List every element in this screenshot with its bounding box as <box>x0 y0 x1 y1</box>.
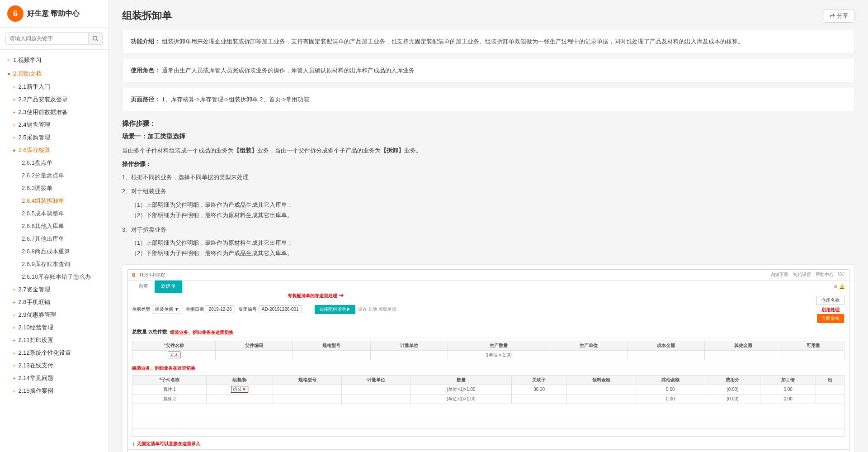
step2-text: 2、对于组装业务 <box>122 186 854 196</box>
nav-item-partstocktake[interactable]: 2.6.2分量盘点单 <box>16 169 108 182</box>
nav-item-cases[interactable]: + 2.15操作案例 <box>7 385 108 397</box>
mock-tab-self-check[interactable]: 自查 <box>132 281 155 293</box>
nav-item-otheroutbound[interactable]: 2.6.7其他出库单 <box>16 233 108 245</box>
nav-item-assembly[interactable]: 2.6.4组装拆卸单 <box>16 195 108 207</box>
role-text: 通常由生产人员或库管人员完成拆装业务的操作，库管人员确认原材料的出库和产成品的入… <box>162 67 415 74</box>
nav-item-faq-label: 2.14常见问题 <box>18 374 53 382</box>
step3-text: 3、对于拆卖业务 <box>122 224 854 235</box>
mock-upper-th-name: *父件名称 <box>132 341 216 350</box>
nav-item-customize[interactable]: + 2.12系统个性化设置 <box>7 347 108 359</box>
nav-item-mobile[interactable]: + 2.8手机旺铺 <box>7 296 108 309</box>
mock-annotation3-area: 仓库名称 启用处理 立即审核 <box>816 296 844 323</box>
step3-sub2: （2）下部明细为子件明细，最终作为产成品生成其它入库单。 <box>131 248 854 258</box>
nav-group-docs-title[interactable]: ● 2.帮助文档 <box>0 67 108 81</box>
mock-logo: 6 <box>132 271 135 278</box>
mock-annotation2-text: 组装业务、拆卸业务在这里切换 <box>132 366 195 371</box>
search-input[interactable] <box>5 32 89 45</box>
nav-item-inventoryerror[interactable]: 2.6.10库存账本错了怎么办 <box>16 271 108 283</box>
plus-icon-customize: + <box>13 350 15 356</box>
mock-field-type: 单据类型 组装单据 ▼ <box>132 305 182 314</box>
mock-footer: 合计 99.00 0.00 0.00 0.00 99.00 <box>127 449 849 452</box>
share-button[interactable]: 分享 <box>824 9 854 23</box>
mock-lower-row3 <box>132 404 844 412</box>
nav-item-coupon[interactable]: + 2.9优惠券管理 <box>7 309 108 321</box>
mock-field-type-label: 单据类型 <box>132 306 150 313</box>
step1-block: 1、根据不同的业务，选择不同单据的类型来处理 <box>122 172 854 182</box>
plus-icon-coupon: + <box>13 312 15 318</box>
mock-upper-table: *父件名称 父件编码 规格型号 计量单位 生产数量 生产单位 成本金额 其他金额… <box>127 338 849 363</box>
mock-upper-cell-name: 关木 <box>132 350 216 360</box>
nav-item-inventory[interactable]: ● 2.6库存核算 <box>7 144 108 157</box>
intro-label: 功能介绍： <box>131 38 160 45</box>
nav-item-purchase[interactable]: + 2.5采购管理 <box>7 131 108 144</box>
mock-lower-cell1-type: 组装▼ <box>207 385 273 394</box>
nav-item-sales[interactable]: + 2.4销售管理 <box>7 119 108 131</box>
steps-label: 操作步骤： <box>122 159 854 169</box>
mock-field-date-value[interactable]: 2019-12-26 <box>206 305 235 313</box>
mock-highlight-name: 关木 <box>168 352 180 358</box>
mock-lower-cell2-material <box>567 394 636 404</box>
nav-item-faq[interactable]: + 2.14常见问题 <box>7 372 108 385</box>
page-title: 组装拆卸单 <box>122 9 172 23</box>
mock-annotation1: 有装配清单的在这里处理 <box>288 293 337 298</box>
nav-group-videos: + 1.视频学习 <box>0 53 108 67</box>
mock-annotation2: 组装业务、拆卸业务在这里切换 <box>170 330 233 335</box>
mock-lower-th-out: 出 <box>816 375 844 385</box>
mock-lower-cell2-name: 属件 2 <box>132 394 207 404</box>
mock-field-no-value[interactable]: AD-20191226-001 <box>259 305 302 313</box>
nav-item-costadjust[interactable]: 2.6.5成本调整单 <box>16 207 108 220</box>
mock-lower-cell1-material <box>567 385 636 394</box>
path-card: 页面路径： 1、库存核算->库存管理->组装拆卸单 2、首页->常用功能 <box>122 88 854 111</box>
nav-item-inventoryquery[interactable]: 2.6.9库存账本查询 <box>16 258 108 271</box>
mock-lower-cell2-relate <box>511 394 567 404</box>
nav-item-costrecalc[interactable]: 2.6.8商品成本重算 <box>16 245 108 258</box>
mock-field-type-value[interactable]: 组装单据 ▼ <box>152 305 182 314</box>
mock-lower-cell2-fee: (0.00) <box>705 394 760 404</box>
intro-card: 功能介绍： 组装拆卸单用来处理企业组装或拆卸等加工业务，支持有固定装配清单的产品… <box>122 30 854 53</box>
nav-item-newuser[interactable]: + 2.1新手入门 <box>7 81 108 93</box>
mock-template-area: 选择配料清单▶ 保存 其他 关联单据 有装配清单的在这里处理 ➜ <box>315 305 397 314</box>
nav-item-print-label: 2.11打印设置 <box>18 336 53 344</box>
mock-lower-row6 <box>132 428 844 436</box>
nav-item-mgmt[interactable]: + 2.10经营管理 <box>7 321 108 334</box>
path-label: 页面路径： <box>131 96 160 103</box>
mock-field-date: 单据日期 2019-12-26 <box>186 305 235 313</box>
nav-item-dataprep[interactable]: + 2.3使用前数据准备 <box>7 106 108 119</box>
nav-item-print[interactable]: + 2.11打印设置 <box>7 334 108 347</box>
sidebar: 6 好生意 帮助中心 + 1.视频学习 ● 2.帮助文档 <box>0 0 108 452</box>
plus-icon-payment: + <box>13 363 15 368</box>
mock-lower-th-other: 其他金额 <box>636 375 705 385</box>
nav-item-customize-label: 2.12系统个性化设置 <box>18 349 71 357</box>
search-button[interactable] <box>89 32 103 45</box>
nav-item-finance[interactable]: + 2.7资金管理 <box>7 283 108 296</box>
mock-lower-row2: 属件 2 (单位×1)×1.00 0.00 (0.00) 0.00 <box>132 394 844 404</box>
mock-lower-cell1-out <box>816 385 844 394</box>
sidebar-nav: + 1.视频学习 ● 2.帮助文档 + 2.1新手入门 + 2.2产品安装及登录 <box>0 50 108 452</box>
mock-upper-th-avail: 可用量 <box>782 341 844 350</box>
nav-item-otherinbound[interactable]: 2.6.6其他入库单 <box>16 220 108 233</box>
nav-item-install[interactable]: + 2.2产品安装及登录 <box>7 93 108 106</box>
mock-select-template-btn[interactable]: 选择配料清单▶ <box>315 305 355 314</box>
nav-item-stocktake[interactable]: 2.6.1盘点单 <box>16 157 108 169</box>
nav-item-payment[interactable]: + 2.13在线支付 <box>7 359 108 372</box>
mock-nav-help: 帮助中心 <box>816 271 834 278</box>
mock-tab-new[interactable]: 新建单 <box>155 281 182 293</box>
mock-input-warehouse[interactable]: 仓库名称 <box>816 296 844 305</box>
step2-block: 2、对于组装业务 （1）上部明细为父件明细，最终作为产成品生成其它入库单； （2… <box>122 186 854 220</box>
nav-item-transfer[interactable]: 2.6.3调拨单 <box>16 182 108 195</box>
content-body: 功能介绍： 组装拆卸单用来处理企业组装或拆卸等加工业务，支持有固定装配清单的产品… <box>108 30 868 452</box>
mock-lower-cell1-fee: (0.00) <box>705 385 760 394</box>
nav-item-finance-label: 2.7资金管理 <box>18 285 50 294</box>
mock-nav-cc: CC <box>838 271 844 278</box>
mock-lower-cell1-unit <box>342 385 411 394</box>
plus-icon-sales: + <box>13 122 15 128</box>
mock-lower-th-process: 加工情 <box>760 375 816 385</box>
mock-btn-save2[interactable]: 立即审核 <box>817 314 844 323</box>
mock-highlight-type: 组装▼ <box>231 386 248 393</box>
mock-field-date-label: 单据日期 <box>186 306 204 313</box>
mock-lower-table-el: *子件名称 组装/拆 规格型号 计量单位 数量 关联子 领料金额 其他金额 费用… <box>132 375 844 437</box>
mock-top-bar: 6 TEST-H002 App下载 初始设置 帮助中心 CC <box>127 270 849 281</box>
nav-group-videos-title[interactable]: + 1.视频学习 <box>0 53 108 67</box>
nav-item-mgmt-label: 2.10经营管理 <box>18 324 53 332</box>
minus-icon-inventory: ● <box>13 147 16 153</box>
